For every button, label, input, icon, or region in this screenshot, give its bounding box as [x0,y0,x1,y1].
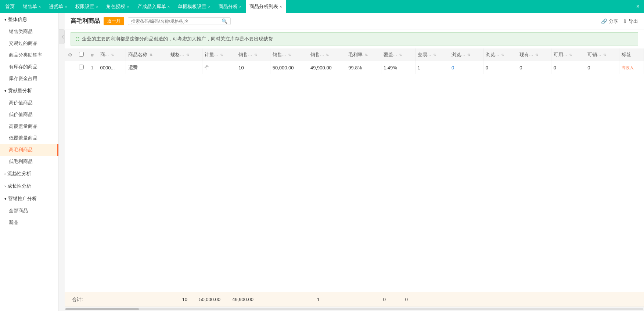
scrollbar-thumb[interactable] [65,308,139,310]
sidebar-item-high-coverage[interactable]: 高覆盖量商品 [0,120,58,132]
column-unit[interactable]: 计量... ⇅ [202,48,236,61]
sidebar-item-all-goods[interactable]: 全部商品 [0,205,58,217]
nav-tab-home[interactable]: 首页 [1,0,18,13]
export-icon: ⇩ [623,18,627,24]
row-checkbox[interactable] [79,65,84,69]
sidebar-item-high-margin[interactable]: 高毛利商品 [0,144,58,156]
search-input[interactable] [131,19,220,24]
nav-tab-template[interactable]: 单据模板设置 × [174,0,214,13]
top-nav: 首页 销售单 × 进货单 × 权限设置 × 角色授权 × 产成品入库单 × 单据… [0,0,644,13]
nav-tab-sales[interactable]: 销售单 × [19,0,44,13]
column-views1[interactable]: 浏览... ⇅ [449,48,483,61]
column-coverage[interactable]: 覆盖... ⇅ [381,48,415,61]
export-button[interactable]: ⇩ 导出 [623,18,638,25]
page-title: 高毛利商品 [71,17,100,25]
footer-values: 10 50,000.00 49,900.00 1 0 0 [168,297,410,302]
column-checkbox [76,48,87,61]
close-icon[interactable]: × [39,4,41,9]
sidebar-item-new-goods[interactable]: 新品 [0,217,58,228]
sidebar-group-contribution[interactable]: ▾ 贡献量分析 [0,84,58,97]
close-icon[interactable]: × [239,4,241,9]
column-transactions[interactable]: 交易... ⇅ [415,48,449,61]
sidebar-group-marketing[interactable]: ▾ 营销推广分析 [0,192,58,205]
column-gross-margin[interactable]: 毛利率 ⇅ [346,48,381,61]
nav-tab-analysis-list[interactable]: 商品分析列表 × [246,0,285,13]
info-banner: ☷ 企业的主要的利润都是这部分商品创造的，可考虑加大推广，同时关注库存是不要出现… [71,32,638,46]
filter-period-button[interactable]: 近一月 [104,17,124,25]
close-icon[interactable]: × [280,4,282,9]
nav-tab-purchase[interactable]: 进货单 × [45,0,71,13]
search-box: 🔍 [128,17,231,25]
column-tag: 标签 [619,48,644,61]
tag-badge: 高收入 [622,65,634,70]
sort-icon: ⇅ [326,53,329,57]
sidebar-group-overall[interactable]: ▾ 整体信息 [0,13,58,26]
sort-icon: ⇅ [111,53,114,57]
nav-tab-permission[interactable]: 权限设置 × [72,0,102,13]
row-settings-cell [65,61,76,74]
column-sellable[interactable]: 可销... ⇅ [585,48,619,61]
sidebar-item-low-coverage[interactable]: 低覆盖量商品 [0,132,58,144]
content-header: 高毛利商品 近一月 🔍 🔗 分享 ⇩ 导出 [65,13,644,29]
row-num-cell: 1 [87,61,98,74]
sort-icon: ⇅ [535,53,538,57]
column-settings[interactable]: ⚙ [65,48,76,61]
close-all-button[interactable]: × [633,3,643,10]
nav-tab-role[interactable]: 角色授权 × [102,0,133,13]
footer-sales-qty: 10 [168,297,190,302]
close-icon[interactable]: × [127,4,129,9]
sidebar-item-traded-goods[interactable]: 交易过的商品 [0,37,58,49]
column-spec[interactable]: 规格... ⇅ [168,48,202,61]
row-current-stock-cell: 0 [517,61,551,74]
close-icon[interactable]: × [208,4,210,9]
chevron-down-icon: ▾ [4,196,7,201]
sidebar-collapse-button[interactable]: 《 [59,29,65,44]
sidebar-group-growth[interactable]: › 成长性分析 [0,180,58,192]
close-icon[interactable]: × [65,4,67,9]
column-code[interactable]: 商... ⇅ [98,48,126,61]
sort-icon: ⇅ [288,53,291,57]
footer-current-stock: 0 [366,297,388,302]
sort-icon: ⇅ [365,53,368,57]
chevron-down-icon: ▾ [4,17,7,22]
sidebar-item-stock-capital[interactable]: 库存资金占用 [0,73,58,84]
sidebar-item-sales-goods[interactable]: 销售类商品 [0,26,58,37]
sidebar-item-category-rate[interactable]: 商品分类助销率 [0,49,58,61]
share-icon: 🔗 [601,18,607,24]
sort-icon: ⇅ [501,53,504,57]
scrollbar-track [65,308,643,310]
column-sales-qty[interactable]: 销售... ⇅ [236,48,270,61]
content-area: 高毛利商品 近一月 🔍 🔗 分享 ⇩ 导出 ☷ 企业的主要的利润都是这部分商品创… [65,13,644,311]
row-sales-profit-cell: 49,900.00 [308,61,346,74]
sort-icon: ⇅ [254,53,257,57]
select-all-checkbox[interactable] [79,52,84,57]
close-icon[interactable]: × [96,4,98,9]
share-button[interactable]: 🔗 分享 [601,18,618,25]
column-sales-profit[interactable]: 销售... ⇅ [308,48,346,61]
column-sales-amount[interactable]: 销售... ⇅ [270,48,308,61]
chevron-right-icon: › [4,171,6,176]
row-sales-qty-cell: 10 [236,61,270,74]
nav-tab-analysis[interactable]: 商品分析 × [215,0,245,13]
sort-icon: ⇅ [220,53,223,57]
bottom-scrollbar[interactable] [65,307,644,311]
row-views1-cell[interactable]: 0 [449,61,483,74]
column-name[interactable]: 商品名称 ⇅ [126,48,168,61]
close-icon[interactable]: × [168,4,170,9]
sidebar-item-in-stock[interactable]: 有库存的商品 [0,61,58,73]
header-actions: 🔗 分享 ⇩ 导出 [601,18,638,25]
sort-icon: ⇅ [569,53,572,57]
row-available-cell: 0 [551,61,585,74]
row-code-cell: 0000... [98,61,126,74]
chevron-down-icon: ▾ [4,88,7,93]
sidebar-item-low-margin[interactable]: 低毛利商品 [0,156,58,167]
sort-icon: ⇅ [433,53,436,57]
sidebar-group-trend[interactable]: › 流趋性分析 [0,167,58,180]
sidebar-item-high-value[interactable]: 高价值商品 [0,97,58,109]
column-current-stock[interactable]: 现有... ⇅ [517,48,551,61]
search-icon[interactable]: 🔍 [222,18,227,24]
column-views2[interactable]: 浏览... ⇅ [483,48,517,61]
column-available[interactable]: 可用... ⇅ [551,48,585,61]
nav-tab-product-in[interactable]: 产成品入库单 × [134,0,173,13]
sidebar-item-low-value[interactable]: 低价值商品 [0,109,58,120]
